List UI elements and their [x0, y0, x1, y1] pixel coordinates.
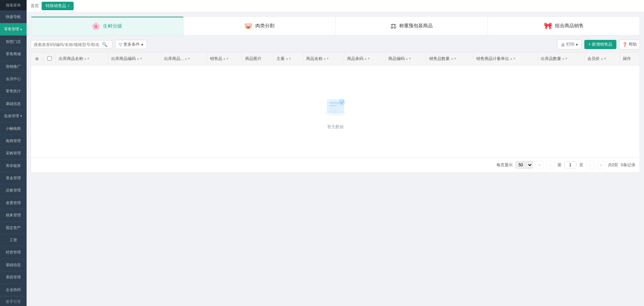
sort-icon-main-weight: ▲▼	[285, 58, 291, 60]
sidebar-item-ecom-mgmt[interactable]: 电商管理	[0, 135, 27, 147]
tab-fresh-grade[interactable]: 🌸 生鲜分级	[31, 17, 183, 35]
search-box[interactable]: 🔍	[31, 40, 113, 49]
product-type-tabs: 🌸 生鲜分级 🐷 肉类分割 ⚖ 称重预包装商品 🎀 组合商品销售	[31, 16, 640, 35]
home-tab[interactable]: 首页	[31, 3, 39, 9]
sidebar-item-sys-mgmt[interactable]: 系统管理	[0, 271, 27, 284]
sidebar-item-hr[interactable]: 工资	[0, 234, 27, 246]
sidebar-item-basic-info[interactable]: 基础信息	[0, 98, 27, 110]
th-product-code[interactable]: 商品编码 ▲▼	[385, 52, 426, 65]
th-product-barcode[interactable]: 商品条码 ▲▼	[344, 52, 386, 65]
th-product-code-label: 商品编码	[388, 56, 405, 62]
th-sales-product-label: 销售品	[210, 56, 222, 62]
th-sales-qty[interactable]: 销售品数量 ▲▼	[426, 52, 474, 65]
tab-fresh-grade-label: 生鲜分级	[103, 23, 122, 29]
sidebar-item-enterprise[interactable]: 企业协同	[0, 284, 27, 296]
th-out-qty[interactable]: 出库品数量 ▲▼	[538, 52, 585, 65]
sidebar-item-wholesale-mgmt[interactable]: 批发管理 ▼	[0, 110, 27, 122]
svg-rect-3	[329, 105, 338, 106]
column-settings-icon[interactable]: ⚙	[35, 57, 39, 61]
sidebar-new-guide[interactable]: 新手引导	[0, 296, 27, 306]
active-tab[interactable]: 特殊销售品 ×	[42, 2, 74, 10]
sidebar-item-fixed-assets[interactable]: 固定资产	[0, 222, 27, 234]
help-icon: ❓	[622, 42, 627, 47]
page-label: 页	[579, 162, 583, 168]
empty-text: 暂无数据	[327, 124, 344, 130]
th-sales-qty-label: 销售品数量	[429, 56, 450, 62]
th-member-price-label: 会员价	[587, 56, 600, 62]
fresh-grade-icon: 🌸	[92, 22, 100, 30]
pagination: 每页显示 50 10 20 100 « ‹ 第 页 › » 共0页 0条记录	[31, 157, 640, 172]
sidebar-item-purchase-mgmt[interactable]: 采购管理	[0, 147, 27, 159]
page-content: 🌸 生鲜分级 🐷 肉类分割 ⚖ 称重预包装商品 🎀 组合商品销售 🔍	[27, 12, 644, 306]
sidebar-item-retail-mgmt[interactable]: 零售管理 ▲	[0, 23, 27, 35]
sort-icon-sales-unit: ▲▼	[510, 58, 516, 60]
sort-icon-out-product-short: ▲▼	[184, 58, 191, 60]
page-number-input[interactable]	[564, 162, 576, 168]
svg-point-4	[338, 99, 345, 106]
print-button[interactable]: 🖨 打印 ▾	[557, 40, 582, 49]
page-nav-last[interactable]: »	[597, 161, 605, 169]
tab-weight-package[interactable]: ⚖ 称重预包装商品	[335, 17, 488, 35]
th-checkbox[interactable]	[43, 52, 56, 65]
print-label: 打印	[566, 42, 574, 47]
filter-button[interactable]: ▽ 更多条件 ▾	[115, 40, 147, 49]
sort-icon-product-name: ▲▼	[323, 58, 329, 60]
chevron-icon: ▲	[20, 27, 23, 31]
empty-icon	[322, 93, 349, 120]
search-icon[interactable]: 🔍	[102, 42, 107, 47]
sort-icon-sales-product: ▲▼	[223, 58, 229, 60]
sidebar-item-basic-info2[interactable]: 基础信息	[0, 259, 27, 271]
sidebar-item-inventory[interactable]: 库存核算	[0, 160, 27, 172]
th-out-qty-label: 出库品数量	[541, 56, 561, 62]
sort-icon-out-product-code: ▲▼	[136, 58, 143, 60]
combo-sales-icon: 🎀	[544, 22, 552, 30]
filter-arrow-icon: ▾	[141, 42, 143, 47]
th-product-name[interactable]: 商品名称 ▲▼	[303, 52, 344, 65]
th-action: 操作	[620, 52, 640, 65]
th-sales-unit[interactable]: 销售商品计量单位 ▲▼	[474, 52, 538, 65]
sidebar-item-tax-mgmt[interactable]: 税务管理	[0, 209, 27, 221]
data-table: ⚙ 出库商品名称 ▲▼ 出库	[31, 52, 640, 157]
chevron-down-icon: ▼	[20, 114, 23, 118]
sidebar-item-ops-mgmt[interactable]: 经营管理	[0, 246, 27, 259]
add-product-button[interactable]: + 新增销售品	[584, 40, 616, 49]
sidebar-item-smart-store[interactable]: 智慧门店	[0, 36, 27, 48]
th-settings[interactable]: ⚙	[31, 52, 43, 65]
sidebar-item-member-center[interactable]: 会员中心	[0, 73, 27, 85]
sort-icon-out-product-name: ▲▼	[84, 58, 90, 60]
th-action-label: 操作	[623, 56, 631, 61]
sidebar-item-retail-stats[interactable]: 零售统计	[0, 85, 27, 97]
sidebar-item-quick-nav[interactable]: 快捷导航	[0, 11, 27, 23]
help-label: 帮助	[629, 42, 637, 47]
page-nav-next[interactable]: ›	[586, 161, 594, 169]
sidebar-item-sales-promo[interactable]: 营销推广	[0, 61, 27, 73]
th-out-product-short[interactable]: 出库商品... ▲▼	[161, 52, 207, 65]
per-page-select[interactable]: 50 10 20 100	[515, 161, 533, 169]
sidebar-item-mini-ecom[interactable]: 小畅电商	[0, 123, 27, 135]
close-tab-icon[interactable]: ×	[68, 4, 70, 8]
tab-meat-cut-label: 肉类分割	[255, 23, 274, 29]
th-member-price[interactable]: 会员价 ▲▼	[585, 52, 620, 65]
empty-state: 暂无数据	[31, 65, 640, 157]
tab-meat-cut[interactable]: 🐷 肉类分割	[183, 17, 336, 35]
sidebar-item-retail-mall[interactable]: 零售商城	[0, 48, 27, 60]
select-all-checkbox[interactable]	[47, 56, 52, 61]
data-table-wrapper: ⚙ 出库商品名称 ▲▼ 出库	[31, 52, 640, 173]
toolbar-right: 🖨 打印 ▾ + 新增销售品 ❓ 帮助	[557, 40, 640, 49]
th-sales-product[interactable]: 销售品 ▲▼	[207, 52, 242, 65]
sidebar-item-capital-mgmt[interactable]: 资金管理	[0, 172, 27, 184]
main-area: 首页 特殊销售品 × 🌸 生鲜分级 🐷 肉类分割 ⚖ 称重预包装商品 🎀 组合商…	[27, 0, 644, 306]
page-nav-first[interactable]: «	[536, 161, 544, 169]
sidebar-logo[interactable]: 搜索菜单	[0, 0, 27, 11]
tab-weight-package-label: 称重预包装商品	[399, 23, 433, 29]
th-main-weight[interactable]: 主量 ▲▼	[274, 52, 303, 65]
th-out-product-name[interactable]: 出库商品名称 ▲▼	[56, 52, 108, 65]
sidebar-item-general-ledger[interactable]: 总账管理	[0, 184, 27, 197]
help-button[interactable]: ❓ 帮助	[619, 40, 640, 49]
page-nav-prev[interactable]: ‹	[546, 161, 555, 169]
sidebar-item-invoice-mgmt[interactable]: 发票管理	[0, 197, 27, 209]
sort-icon-product-code: ▲▼	[405, 58, 411, 60]
tab-combo-sales[interactable]: 🎀 组合商品销售	[488, 17, 640, 35]
th-out-product-code[interactable]: 出库商品编码 ▲▼	[108, 52, 161, 65]
search-input[interactable]	[34, 42, 102, 47]
